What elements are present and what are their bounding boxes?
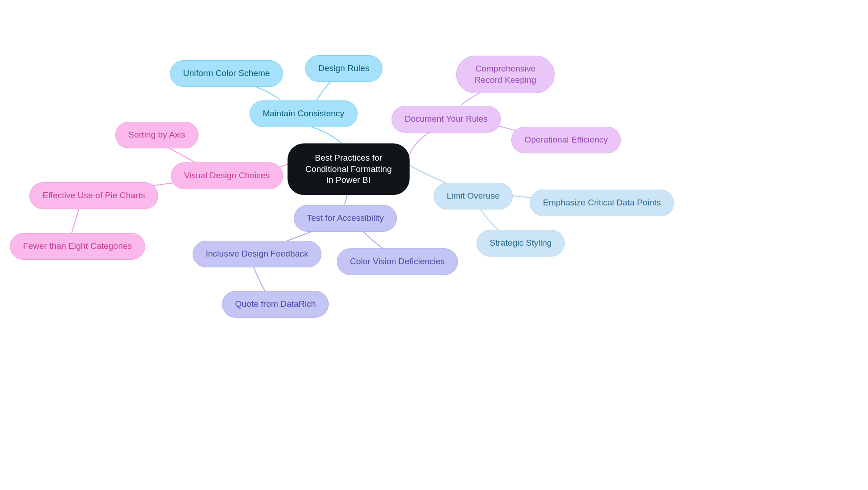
leaf-records: Comprehensive Record Keeping	[456, 56, 555, 93]
leaf-sorting-label: Sorting by Axis	[128, 129, 185, 141]
leaf-design-rules: Design Rules	[305, 55, 382, 82]
branch-document: Document Your Rules	[392, 106, 501, 133]
leaf-pie: Effective Use of Pie Charts	[29, 182, 158, 209]
leaf-sorting: Sorting by Axis	[115, 122, 198, 148]
leaf-uniform-color: Uniform Color Scheme	[170, 60, 283, 87]
leaf-fewer: Fewer than Eight Categories	[10, 233, 145, 260]
leaf-colorvision-label: Color Vision Deficiencies	[350, 256, 445, 267]
branch-limit: Limit Overuse	[434, 183, 513, 209]
leaf-emphasize: Emphasize Critical Data Points	[530, 190, 674, 216]
leaf-quote: Quote from DataRich	[222, 291, 329, 318]
leaf-efficiency: Operational Efficiency	[511, 127, 621, 153]
branch-consistency: Maintain Consistency	[250, 100, 358, 127]
leaf-pie-label: Effective Use of Pie Charts	[42, 190, 145, 201]
leaf-inclusive: Inclusive Design Feedback	[193, 241, 321, 267]
branch-accessibility: Test for Accessibility	[294, 205, 397, 232]
leaf-strategic: Strategic Styling	[476, 230, 565, 257]
leaf-inclusive-label: Inclusive Design Feedback	[206, 248, 308, 260]
branch-visual-label: Visual Design Choices	[184, 170, 270, 181]
leaf-quote-label: Quote from DataRich	[235, 299, 316, 310]
branch-document-label: Document Your Rules	[405, 114, 488, 125]
branch-accessibility-label: Test for Accessibility	[307, 213, 384, 224]
leaf-fewer-label: Fewer than Eight Categories	[23, 241, 132, 252]
center-label: Best Practices for Conditional Formattin…	[302, 152, 395, 186]
leaf-emphasize-label: Emphasize Critical Data Points	[543, 197, 661, 209]
branch-visual: Visual Design Choices	[171, 162, 283, 189]
branch-limit-label: Limit Overuse	[447, 190, 500, 202]
leaf-colorvision: Color Vision Deficiencies	[337, 248, 458, 275]
branch-consistency-label: Maintain Consistency	[263, 108, 344, 119]
leaf-uniform-label: Uniform Color Scheme	[183, 68, 270, 79]
leaf-rules-label: Design Rules	[318, 63, 369, 74]
center-node: Best Practices for Conditional Formattin…	[288, 143, 410, 195]
leaf-strategic-label: Strategic Styling	[490, 238, 552, 249]
leaf-efficiency-label: Operational Efficiency	[524, 134, 608, 146]
leaf-records-label: Comprehensive Record Keeping	[469, 63, 542, 86]
